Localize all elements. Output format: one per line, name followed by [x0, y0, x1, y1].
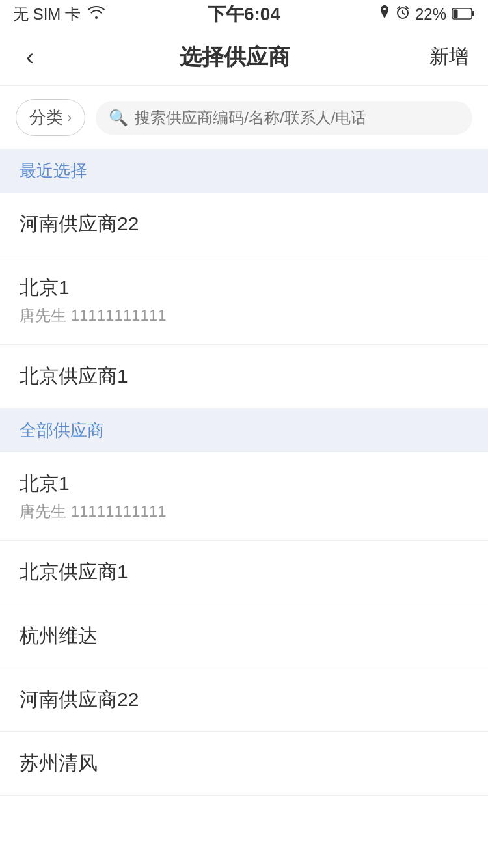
- status-left: 无 SIM 卡: [13, 4, 105, 25]
- recent-item-1-name: 北京1: [20, 275, 468, 301]
- search-box[interactable]: 🔍: [96, 101, 472, 135]
- wifi-icon: [87, 5, 105, 23]
- all-item-1-name: 北京供应商1: [20, 559, 468, 586]
- search-icon: 🔍: [109, 109, 128, 127]
- category-label: 分类: [29, 106, 63, 129]
- alarm-icon: [396, 5, 410, 23]
- svg-rect-5: [454, 10, 458, 18]
- all-section-header: 全部供应商: [0, 409, 488, 452]
- status-time: 下午6:04: [208, 2, 280, 27]
- search-input[interactable]: [135, 109, 459, 127]
- recent-item-2[interactable]: 北京供应商1: [0, 345, 488, 409]
- recent-item-2-name: 北京供应商1: [20, 363, 468, 390]
- all-item-4[interactable]: 苏州清风: [0, 732, 488, 796]
- filter-row: 分类 › 🔍: [0, 86, 488, 149]
- all-item-0[interactable]: 北京1 唐先生 11111111111: [0, 452, 488, 541]
- battery-icon: [452, 5, 475, 23]
- recent-item-1[interactable]: 北京1 唐先生 11111111111: [0, 256, 488, 345]
- all-item-2-name: 杭州维达: [20, 623, 468, 649]
- all-item-2[interactable]: 杭州维达: [0, 604, 488, 668]
- sim-label: 无 SIM 卡: [13, 4, 81, 25]
- status-right: 22%: [379, 5, 475, 23]
- all-item-0-name: 北京1: [20, 470, 468, 497]
- all-items-list: 北京1 唐先生 11111111111 北京供应商1 杭州维达 河南供应商22 …: [0, 452, 488, 796]
- all-item-1[interactable]: 北京供应商1: [0, 541, 488, 604]
- add-button[interactable]: 新增: [429, 44, 468, 70]
- recent-item-1-sub: 唐先生 11111111111: [20, 305, 468, 326]
- recent-items-list: 河南供应商22 北京1 唐先生 11111111111 北京供应商1: [0, 193, 488, 409]
- page-title: 选择供应商: [180, 42, 290, 72]
- nav-bar: ‹ 选择供应商 新增: [0, 29, 488, 86]
- all-item-4-name: 苏州清风: [20, 750, 468, 777]
- svg-rect-4: [472, 11, 474, 16]
- all-item-3[interactable]: 河南供应商22: [0, 668, 488, 732]
- recent-item-0[interactable]: 河南供应商22: [0, 193, 488, 256]
- status-bar: 无 SIM 卡 下午6:04 22%: [0, 0, 488, 29]
- location-icon: [379, 5, 390, 23]
- back-button[interactable]: ‹: [20, 37, 40, 77]
- recent-section-label: 最近选择: [20, 161, 87, 180]
- recent-item-0-name: 河南供应商22: [20, 211, 468, 237]
- svg-line-2: [403, 13, 405, 14]
- recent-section-header: 最近选择: [0, 149, 488, 193]
- all-item-0-sub: 唐先生 11111111111: [20, 501, 468, 522]
- all-section-label: 全部供应商: [20, 420, 104, 440]
- all-item-3-name: 河南供应商22: [20, 686, 468, 713]
- battery-label: 22%: [415, 5, 446, 23]
- chevron-right-icon: ›: [67, 109, 72, 126]
- category-button[interactable]: 分类 ›: [16, 99, 85, 136]
